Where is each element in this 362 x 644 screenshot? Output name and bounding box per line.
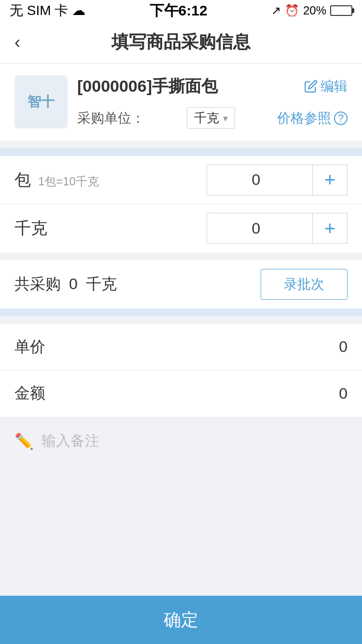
kg-input-row: 千克 + [0,204,362,252]
page-title: 填写商品采购信息 [111,30,251,54]
product-image: 智十 [14,75,68,128]
purchase-unit-row: 采购单位： 千克 ▾ 价格参照 ? [77,107,348,129]
battery-icon [330,5,352,16]
battery-percent: 20% [303,4,326,17]
bag-label: 包 [14,170,31,189]
kg-controls: + [207,213,348,244]
summary-text: 共采购 0 千克 [14,274,117,295]
kg-label: 千克 [14,219,47,237]
status-bar: 无 SIM 卡 ☁ 下午6:12 ↗ ⏰ 20% [0,0,362,21]
product-info: [0000006]手撕面包 编辑 采购单位： 千克 ▾ 价格参照 ? [77,75,348,129]
product-name-row: [0000006]手撕面包 编辑 [77,75,348,98]
unit-label: 采购单位： [77,109,145,127]
kg-input[interactable] [207,213,313,244]
amount-row: 金额 0 [0,370,362,417]
edit-label: 编辑 [320,77,348,96]
price-ref-button[interactable]: 价格参照 ? [277,109,348,127]
location-icon: ↗ [271,4,281,17]
pencil-icon: ✏️ [14,432,34,450]
bag-plus-button[interactable]: + [313,165,348,196]
summary-amount: 0 [69,275,78,293]
nav-bar: ‹ 填写商品采购信息 [0,21,362,64]
section-divider-2 [0,308,362,316]
amount-value: 0 [339,385,348,403]
kg-plus-button[interactable]: + [313,213,348,244]
batch-button[interactable]: 录批次 [261,269,348,300]
remark-placeholder: 输入备注 [42,431,99,451]
remark-section[interactable]: ✏️ 输入备注 [0,417,362,465]
summary-row: 共采购 0 千克 录批次 [0,260,362,308]
status-time: 下午6:12 [150,1,208,21]
sim-status: 无 SIM 卡 ☁ [10,1,85,20]
product-card: 智十 [0000006]手撕面包 编辑 采购单位： 千克 ▾ [0,64,362,140]
info-icon: ? [334,112,348,125]
amount-label: 金额 [14,383,45,404]
content-spacer [0,465,362,610]
section-divider-1 [0,148,362,156]
unit-value: 千克 [194,110,219,126]
inner-divider [0,252,362,260]
product-logo: 智十 [28,93,55,111]
bag-input[interactable] [207,165,313,196]
input-section: 包 1包=10千克 + 千克 + 共采购 0 千克 [0,156,362,308]
bag-input-row: 包 1包=10千克 + [0,156,362,204]
edit-button[interactable]: 编辑 [304,77,348,96]
summary-unit: 千克 [86,275,117,293]
unit-select[interactable]: 千克 ▾ [187,107,235,129]
alarm-icon: ⏰ [285,4,299,17]
back-button[interactable]: ‹ [14,32,43,53]
status-left: 无 SIM 卡 ☁ [10,1,85,20]
price-info-section: 单价 0 金额 0 [0,324,362,417]
status-right: ↗ ⏰ 20% [271,4,352,17]
summary-prefix: 共采购 [14,275,61,293]
price-ref-label: 价格参照 [277,109,331,127]
unit-price-row: 单价 0 [0,324,362,370]
unit-price-value: 0 [339,338,348,356]
bag-sub-label: 1包=10千克 [38,175,99,188]
unit-price-label: 单价 [14,336,45,358]
product-name: [0000006]手撕面包 [77,75,218,98]
chevron-down-icon: ▾ [223,112,228,124]
bag-controls: + [207,165,348,196]
confirm-button[interactable]: 确定 [0,596,362,644]
